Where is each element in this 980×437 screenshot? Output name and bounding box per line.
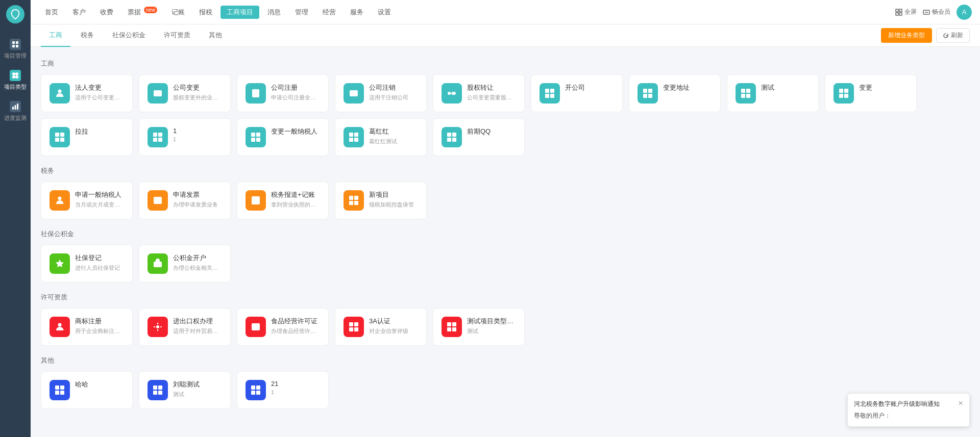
card-icon (442, 83, 462, 104)
nav-tickets[interactable]: 票据 new (121, 6, 163, 19)
card-text: 法人变更 适用于公司变更法人 (75, 83, 124, 101)
card-desc: 拿到营业执照的新公司 (271, 201, 320, 209)
card-change-address[interactable]: 变更地址 (629, 74, 721, 112)
card-one[interactable]: 1 1 (139, 118, 231, 156)
toast-close-button[interactable]: ✕ (958, 400, 963, 408)
section-title-social: 社保公积金 (41, 229, 970, 239)
card-name: 法人变更 (75, 83, 124, 92)
card-ge-hong-hong[interactable]: 葛红红 葛红红测试 (335, 118, 427, 156)
card-desc: 办理食品经营许可证 (271, 327, 320, 335)
card-twenty-one[interactable]: 21 1 (237, 371, 329, 409)
svg-rect-78 (55, 385, 59, 390)
avatar[interactable]: A (957, 5, 972, 20)
svg-rect-3 (16, 45, 18, 47)
card-icon (246, 380, 266, 400)
svg-rect-38 (844, 94, 848, 98)
card-food-permit[interactable]: 食品经营许可证 办理食品经营许可证 (237, 308, 329, 346)
card-legal-change[interactable]: 法人变更 适用于公司变更法人 (41, 74, 133, 112)
svg-rect-25 (545, 94, 549, 98)
nav-accounting[interactable]: 记账 (165, 6, 191, 19)
card-test[interactable]: 测试 (727, 74, 819, 112)
card-icon (246, 190, 266, 211)
refresh-button[interactable]: 刷新 (936, 28, 970, 43)
card-new-project[interactable]: 新项目 报税加税控盘保管 (335, 182, 427, 219)
svg-rect-60 (154, 197, 162, 204)
card-3a-cert[interactable]: 3A认证 对企业信誉评级 (335, 308, 427, 346)
nav-tax[interactable]: 报税 (193, 6, 218, 19)
card-change-taxpayer[interactable]: 变更一般纳税人 (237, 118, 329, 156)
sidebar-item-progress-monitor[interactable]: 进度监测 (0, 96, 31, 127)
card-company-change[interactable]: 公司变更 股权变更外的业务变更 (139, 74, 231, 112)
nav-manage[interactable]: 管理 (289, 6, 314, 19)
card-change[interactable]: 变更 (825, 74, 917, 112)
card-icon (442, 317, 462, 337)
svg-rect-70 (349, 322, 353, 326)
card-open-company[interactable]: 开公司 (531, 74, 623, 112)
svg-point-4 (12, 72, 15, 75)
card-name: 前期QQ (467, 127, 516, 136)
cards-grid-other: 哈哈 刘聪测试 测试 (41, 371, 970, 409)
svg-rect-14 (899, 13, 902, 15)
svg-rect-49 (251, 138, 255, 142)
tab-other[interactable]: 其他 (201, 24, 230, 47)
card-qianqi-qq[interactable]: 前期QQ (433, 118, 525, 156)
nav-service[interactable]: 服务 (344, 6, 370, 19)
svg-rect-29 (643, 94, 647, 98)
svg-rect-63 (354, 196, 358, 200)
card-name: 开公司 (565, 83, 614, 92)
member-btn[interactable]: 畅会员 (923, 8, 950, 16)
card-liu-cong-test[interactable]: 刘聪测试 测试 (139, 371, 231, 409)
svg-rect-69 (252, 323, 260, 330)
card-trademark-register[interactable]: 商标注册 用于企业商标注册服务 (41, 308, 133, 346)
svg-point-6 (12, 75, 15, 79)
card-icon (50, 190, 70, 211)
sidebar-item-project-type[interactable]: 项目类型 (0, 65, 31, 96)
nav-operation[interactable]: 经营 (316, 6, 342, 19)
card-desc: 进行人员社保登记 (75, 264, 124, 272)
tab-industry[interactable]: 工商 (41, 24, 70, 47)
card-desc: 申请公司注册全流程 (271, 94, 320, 101)
section-title-permit: 许可资质 (41, 293, 970, 302)
nav-settings[interactable]: 设置 (372, 6, 397, 19)
card-icon (50, 253, 70, 274)
card-equity-transfer[interactable]: 股权转让 公司变更需要股权转让 (433, 74, 525, 112)
card-social-register[interactable]: 社保登记 进行人员社保登记 (41, 245, 133, 282)
card-text: 公司变更 股权变更外的业务变更 (173, 83, 222, 101)
svg-rect-0 (12, 41, 15, 44)
card-import-export[interactable]: 进出口权办理 适用于对外贸易经营者 (139, 308, 231, 346)
card-text: 公积金开户 办理公积金相关业务 (173, 253, 222, 272)
tab-tax[interactable]: 税务 (72, 24, 102, 47)
card-test-project-type[interactable]: 测试项目类型目义 测试 (433, 308, 525, 346)
new-business-type-button[interactable]: 新增业务类型 (881, 28, 932, 43)
tab-social[interactable]: 社保公积金 (104, 24, 154, 47)
card-tax-report-accounting[interactable]: 税务报道+记账 拿到营业执照的新公司 (237, 182, 329, 219)
card-apply-invoice[interactable]: 申请发票 办理申请发票业务 (139, 182, 231, 219)
card-fund-open[interactable]: 公积金开户 办理公积金相关业务 (139, 245, 231, 282)
card-name: 变更 (859, 83, 908, 92)
nav-billing[interactable]: 收费 (94, 6, 119, 19)
card-name: 3A认证 (369, 317, 418, 326)
nav-industry[interactable]: 工商项目 (220, 6, 259, 19)
card-haha[interactable]: 哈哈 (41, 371, 133, 409)
card-lala[interactable]: 拉拉 (41, 118, 133, 156)
svg-rect-1 (16, 41, 18, 44)
card-text: 3A认证 对企业信誉评级 (369, 317, 418, 335)
card-icon (148, 127, 168, 147)
sidebar-logo[interactable] (6, 5, 24, 23)
svg-rect-11 (896, 9, 898, 12)
sidebar-item-project-mgmt[interactable]: 项目管理 (0, 34, 31, 65)
tab-permit[interactable]: 许可资质 (156, 24, 199, 47)
card-name: 拉拉 (75, 127, 124, 136)
card-text: 变更地址 (663, 83, 712, 94)
card-company-cancel[interactable]: 公司注销 适用于注销公司 (335, 74, 427, 112)
nav-home[interactable]: 首页 (39, 6, 64, 19)
nav-message[interactable]: 消息 (261, 6, 287, 19)
card-apply-taxpayer[interactable]: 申请一般纳税人 当月或次月成变更完成 (41, 182, 133, 219)
fullscreen-btn[interactable]: 全屏 (895, 8, 917, 16)
card-company-register[interactable]: 公司注册 申请公司注册全流程 (237, 74, 329, 112)
svg-rect-85 (158, 391, 162, 395)
svg-rect-72 (349, 327, 353, 331)
toast-body: 尊敬的用户： (854, 412, 963, 420)
nav-client[interactable]: 客户 (66, 6, 92, 19)
svg-rect-48 (256, 133, 260, 137)
